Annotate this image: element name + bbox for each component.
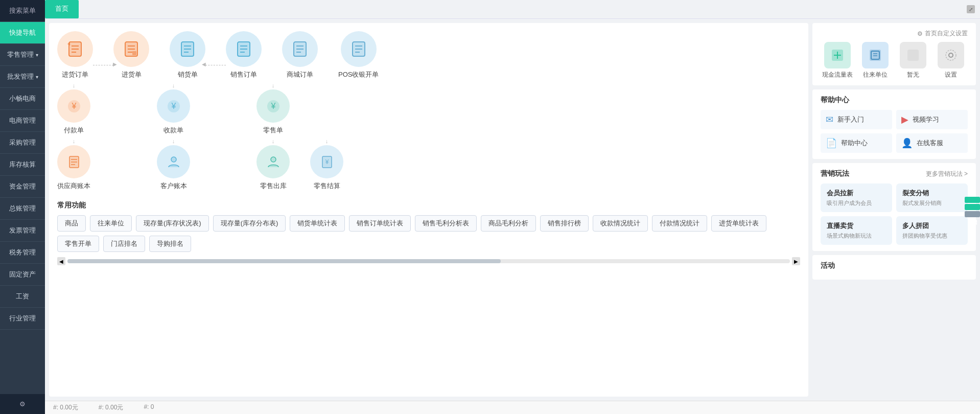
sidebar-item-gudingzichan[interactable]: 固定资产 [0, 264, 45, 286]
sidebar-item-gongzi[interactable]: 工资 [0, 286, 45, 308]
wf-icon-lingshou-dan[interactable]: ¥ [256, 89, 290, 123]
sidebar-item-kucunhesuan[interactable]: 库存核算 [0, 154, 45, 176]
func-btn-lingshou-kaidan[interactable]: 零售开单 [57, 236, 99, 252]
gear-icon: ⚙ [917, 30, 923, 37]
shortcut-label-0: 现金流量表 [822, 71, 853, 79]
help-item-online-service[interactable]: 👤 在线客服 [896, 133, 968, 153]
help-item-xinshouru[interactable]: ✉ 新手入门 [821, 110, 892, 129]
float-buttons: 客服热线 服务社区 桌面快捷 [965, 197, 980, 217]
wf-col-gongyingshang: ↓ 供应商账本 [57, 137, 90, 191]
wf-label-shoukuan: 收款单 [164, 126, 183, 135]
wf-icon-lingshou-jiesuan[interactable]: ¥ [310, 145, 343, 178]
wf-varrow-5: ↓ [172, 138, 175, 144]
scroll-right-btn[interactable]: ▶ [792, 257, 800, 265]
scroll-track[interactable] [67, 259, 790, 263]
sidebar: 搜索菜单 快捷导航 零售管理 ▾ 批发管理 ▾ 小畅电商 电商管理 采购管理 库… [0, 0, 45, 414]
tabbar-right: ⤢ [967, 5, 980, 13]
wf-icon-pos[interactable] [341, 31, 377, 67]
svg-point-58 [946, 50, 956, 60]
common-functions-title: 常用功能 [57, 201, 800, 210]
float-btn-fuwu[interactable]: 服务社区 [965, 204, 980, 210]
shortcut-wanglaidanwei[interactable]: 往来单位 [858, 42, 892, 79]
wf-label-jinhuo-dingdan: 进货订单 [62, 70, 88, 79]
svg-rect-56 [907, 50, 919, 61]
wf-icon-jinhuo-dingdan[interactable] [57, 31, 93, 67]
marketing-title-1: 裂变分销 [902, 189, 962, 198]
func-btn-xiancunliang2[interactable]: 现存量(库存分布表) [213, 215, 286, 232]
func-btn-xiaoshou-dingdan-tongji[interactable]: 销售订单统计表 [349, 215, 411, 232]
wf-icon-jinhuo-dan[interactable] [113, 31, 149, 67]
sidebar-item-xiaochangdianshang[interactable]: 小畅电商 [0, 88, 45, 110]
tab-home[interactable]: 首页 [45, 0, 79, 18]
shortcut-icon-shezhi [938, 42, 964, 68]
wf-icon-shangcheng-dingdan[interactable] [282, 31, 318, 67]
sidebar-item-fapiaoguanli[interactable]: 发票管理 [0, 220, 45, 242]
wf-icon-kehu[interactable] [157, 145, 190, 178]
func-btn-xiaoshou-maoli[interactable]: 销售毛利分析表 [415, 215, 477, 232]
help-center-card: 帮助中心 ✉ 新手入门 ▶ 视频学习 📄 帮助中心 👤 [812, 89, 976, 159]
shortcut-zanwu[interactable]: 暂无 [896, 42, 930, 79]
wf-icon-fukuan[interactable]: ¥ [57, 89, 90, 123]
wf-label-xiaohuo-dan: 销货单 [178, 70, 198, 79]
wf-icon-xiaoshou-dingdan[interactable] [226, 31, 262, 67]
marketing-more[interactable]: 更多营销玩法 > [926, 170, 968, 178]
chevron-down-icon: ▾ [36, 74, 38, 80]
func-btn-jinhuo-tongji[interactable]: 进货单统计表 [711, 215, 766, 232]
sidebar-item-shuiwuguanli[interactable]: 税务管理 [0, 242, 45, 264]
marketing-header: 营销玩法 更多营销玩法 > [821, 169, 968, 178]
marketing-item-liebian[interactable]: 裂变分销 裂式发展分销商 [896, 183, 968, 212]
shortcut-xianjinliuliang[interactable]: 现金流量表 [821, 42, 854, 79]
wf-varrow-7: ↓ [325, 138, 329, 144]
marketing-item-zhibo[interactable]: 直播卖货 场景式购物新玩法 [821, 216, 892, 245]
sidebar-item-zijinguanli[interactable]: 资金管理 [0, 176, 45, 198]
float-btn-kefu[interactable]: 客服热线 [965, 197, 980, 203]
help-item-video[interactable]: ▶ 视频学习 [896, 110, 968, 129]
wf-label-lingshou-dan: 零售单 [263, 126, 283, 135]
func-btn-daogou-paiming[interactable]: 导购排名 [149, 236, 191, 252]
sidebar-item-zhangguanli[interactable]: 总账管理 [0, 198, 45, 220]
shortcuts-header-label[interactable]: 首页自定义设置 [925, 29, 968, 38]
shortcut-shezhi[interactable]: 设置 [934, 42, 968, 79]
sidebar-item-kuaijie[interactable]: 快捷导航 [0, 22, 45, 44]
marketing-sub-0: 吸引用户成为会员 [827, 199, 886, 207]
help-item-helpcenter[interactable]: 📄 帮助中心 [821, 133, 892, 153]
wf-icon-shoukuan[interactable]: ¥ [157, 89, 190, 123]
func-btn-xiaohuo-tongji[interactable]: 销货单统计表 [290, 215, 345, 232]
wf-node-jinhuo-dingdan: 进货订单 [57, 31, 93, 79]
common-functions-grid: 商品 往来单位 现存量(库存状况表) 现存量(库存分布表) 销货单统计表 销售订… [57, 215, 800, 252]
sidebar-item-dianshangguanli[interactable]: 电商管理 [0, 110, 45, 132]
activity-card: 活动 [812, 255, 976, 280]
sidebar-item-caigouguanli[interactable]: 采购管理 [0, 132, 45, 154]
marketing-item-huiyuan[interactable]: 会员拉新 吸引用户成为会员 [821, 183, 892, 212]
wf-icon-lingshou-chuku[interactable] [256, 145, 290, 178]
sidebar-settings[interactable]: ⚙ [0, 394, 45, 414]
scroll-left-btn[interactable]: ◀ [57, 257, 65, 265]
wf-col-lingshou-jiesuan: ↓ ¥ 零售结算 [310, 137, 343, 191]
sidebar-search[interactable]: 搜索菜单 [0, 0, 45, 22]
float-btn-zhuomian[interactable]: 桌面快捷 [965, 211, 980, 217]
svg-text:¥: ¥ [171, 102, 176, 110]
chevron-down-icon: ▾ [36, 52, 38, 58]
wf-icon-xiaohuo-dan[interactable] [170, 31, 205, 67]
shortcut-label-3: 设置 [945, 71, 957, 79]
func-btn-mendian-paiming[interactable]: 门店排名 [103, 236, 145, 252]
wf-col-lingshoud-an: ↓ ¥ 零售单 [256, 81, 290, 135]
maximize-button[interactable]: ⤢ [967, 5, 975, 13]
func-btn-xiaoshou-paihang[interactable]: 销售排行榜 [540, 215, 589, 232]
sidebar-item-hangye[interactable]: 行业管理 [0, 308, 45, 330]
wf-varrow-4: ↓ [73, 138, 76, 144]
func-btn-shangpin[interactable]: 商品 [57, 215, 86, 232]
func-btn-shoukuan-tongji[interactable]: 收款情况统计 [593, 215, 648, 232]
marketing-sub-2: 场景式购物新玩法 [827, 232, 886, 240]
sidebar-item-pifa[interactable]: 批发管理 ▾ [0, 66, 45, 88]
func-btn-xiancunliang1[interactable]: 现存量(库存状况表) [136, 215, 209, 232]
func-btn-fukuan-tongji[interactable]: 付款情况统计 [652, 215, 707, 232]
func-btn-wanglaidanwei[interactable]: 往来单位 [90, 215, 132, 232]
help-label-1: 视频学习 [913, 115, 939, 124]
wf-label-pos: POS收银开单 [338, 70, 379, 79]
sidebar-item-lingshou[interactable]: 零售管理 ▾ [0, 44, 45, 66]
wf-icon-gongyingshang[interactable] [57, 145, 90, 178]
bottom-stat-2: #: 0.00元 [99, 403, 124, 412]
marketing-item-pintuan[interactable]: 多人拼团 拼团购物享受优惠 [896, 216, 968, 245]
func-btn-shangpin-maoli[interactable]: 商品毛利分析 [481, 215, 536, 232]
